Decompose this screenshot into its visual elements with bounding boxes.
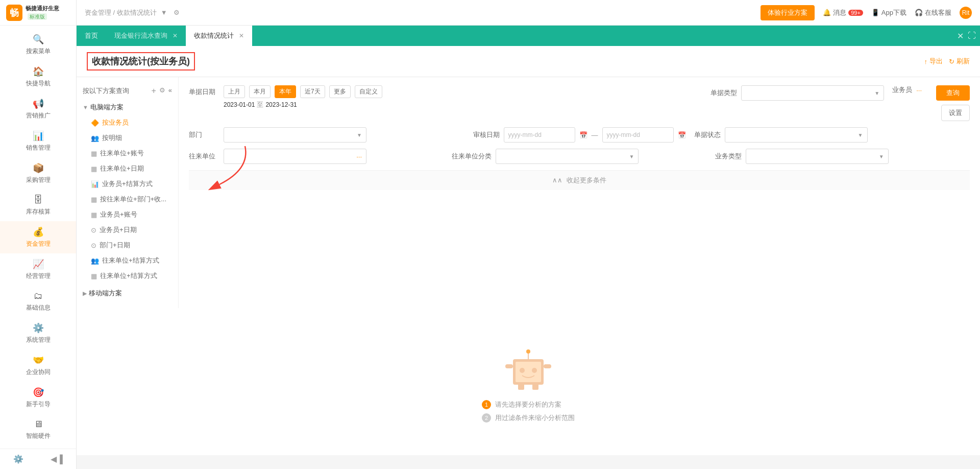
tab-collection-close[interactable]: ✕ <box>239 32 244 39</box>
scheme-item-sales-date[interactable]: ⊙ 业务员+日期 <box>77 222 178 238</box>
top-header: 资金管理 / 收款情况统计 ▼ ⚙ 体验行业方案 🔔 消息 99+ 📱 App下… <box>77 0 980 26</box>
edition-badge: 标准版 <box>28 13 47 20</box>
message-action[interactable]: 🔔 消息 99+ <box>823 8 863 17</box>
scheme-item-partner-account[interactable]: ▦ 往来单位+账号 <box>77 146 178 161</box>
sidebar-item-inventory[interactable]: 🗄 库存核算 <box>0 190 76 221</box>
date-btn-custom[interactable]: 自定义 <box>355 85 382 98</box>
date-btn-last-month[interactable]: 上月 <box>224 85 245 98</box>
filter-row-3: 往来单位 ··· 往来单位分类 ▼ 业务 <box>189 149 970 164</box>
sidebar-nav: 🔍 搜索菜单 🏠 快捷导航 📢 营销推广 📊 销售管理 📦 采购管理 🗄 库存核… <box>0 26 76 449</box>
sidebar-item-search[interactable]: 🔍 搜索菜单 <box>0 29 76 61</box>
date-label: 单据日期 <box>189 87 219 97</box>
sidebar-item-operation[interactable]: 📈 经营管理 <box>0 253 76 286</box>
tab-close-all-icon[interactable]: ✕ <box>957 31 964 41</box>
header-left: 资金管理 / 收款情况统计 ▼ ⚙ <box>85 8 180 17</box>
tab-home-label: 首页 <box>85 31 98 40</box>
sidebar-item-marketing[interactable]: 📢 营销推广 <box>0 93 76 125</box>
scheme-item-detail[interactable]: 👥 按明细 <box>77 130 178 146</box>
page-title-actions: ↑ 导出 ↻ 刷新 <box>924 57 970 66</box>
biz-type-select[interactable]: ▼ <box>746 149 889 164</box>
date-btn-7days[interactable]: 近7天 <box>300 85 325 98</box>
pc-section-header[interactable]: ▼ 电脑端方案 <box>77 100 178 115</box>
sidebar-item-guide[interactable]: 🎯 新手引导 <box>0 382 76 414</box>
chevron-right-icon: ▶ <box>83 290 87 297</box>
scheme-item-dept-date[interactable]: ⊙ 部门+日期 <box>77 238 178 253</box>
sidebar-settings-icon[interactable]: ⚙️ <box>13 454 23 464</box>
partner-label: 往来单位 <box>189 152 219 161</box>
step-1-number: 1 <box>482 400 491 409</box>
svg-rect-7 <box>505 364 513 368</box>
mobile-section-header[interactable]: ▶ 移动端方案 <box>77 286 178 301</box>
sidebar-item-enterprise[interactable]: 🤝 企业协同 <box>0 349 76 382</box>
partner-settle2-icon: ▦ <box>91 272 97 280</box>
sidebar-item-finance[interactable]: 💰 资金管理 <box>0 221 76 253</box>
partner-select[interactable]: ··· <box>224 149 366 164</box>
dept-date-icon: ⊙ <box>91 242 96 249</box>
query-button[interactable]: 查询 <box>936 85 970 101</box>
review-date-label: 审核日期 <box>473 130 500 139</box>
svg-rect-9 <box>518 384 524 390</box>
settings-scheme-icon[interactable]: ⚙ <box>159 86 165 96</box>
date-btn-this-year[interactable]: 本年 <box>275 85 296 98</box>
export-button[interactable]: ↑ 导出 <box>924 57 943 66</box>
voucher-type-label: 单据类型 <box>710 88 737 98</box>
sidebar-item-quicknav[interactable]: 🏠 快捷导航 <box>0 61 76 93</box>
tab-bank[interactable]: 现金银行流水查询 ✕ <box>106 26 186 46</box>
export-label: 导出 <box>929 57 943 66</box>
empty-illustration <box>498 339 559 390</box>
tab-collection[interactable]: 收款情况统计 ✕ <box>186 26 252 46</box>
scheme-item-partner-settle2[interactable]: ▦ 往来单位+结算方式 <box>77 268 178 284</box>
calendar-to-icon[interactable]: 📅 <box>678 131 686 139</box>
trial-button[interactable]: 体验行业方案 <box>761 5 815 20</box>
sidebar-item-hardware[interactable]: 🖥 智能硬件 <box>0 414 76 445</box>
app-download-label: App下载 <box>881 8 906 17</box>
voucher-type-select[interactable]: ▼ <box>741 85 884 101</box>
collapse-bar[interactable]: ∧∧ 收起更多条件 <box>189 170 970 190</box>
scheme-item-sales-account[interactable]: ▦ 业务员+账号 <box>77 207 178 222</box>
settings-button[interactable]: 设置 <box>941 105 970 121</box>
voucher-status-select[interactable]: ▼ <box>725 127 868 143</box>
page-content: 收款情况统计(按业务员) ↑ 导出 ↻ 刷新 按以下方案查询 <box>77 46 980 469</box>
scheme-item-partner-settle1[interactable]: 👥 往来单位+结算方式 <box>77 253 178 268</box>
tab-bar: 首页 现金银行流水查询 ✕ 收款情况统计 ✕ ✕ ⛶ <box>77 26 980 46</box>
collapse-scheme-icon[interactable]: « <box>168 86 172 96</box>
scheme-item-salesperson[interactable]: 🔶 按业务员 <box>77 115 178 130</box>
add-scheme-icon[interactable]: + <box>151 86 156 96</box>
scheme-item-partner-date[interactable]: ▦ 往来单位+日期 <box>77 161 178 176</box>
avatar: Rit <box>960 7 972 19</box>
settings-icon[interactable]: ⚙ <box>174 9 180 16</box>
sidebar-item-sales[interactable]: 📊 销售管理 <box>0 125 76 157</box>
filter-row-2: 部门 ▼ 审核日期 yyyy-mm-dd 📅 — <box>189 127 970 143</box>
filter-row-1: 单据日期 上月 本月 本年 近7天 更多 自定义 2023-01-01 至 20… <box>189 85 970 121</box>
review-date-to-input[interactable]: yyyy-mm-dd <box>602 127 674 143</box>
step-2-number: 2 <box>482 413 491 423</box>
partner-type-select[interactable]: ▼ <box>496 149 639 164</box>
scheme-item-sales-settlement[interactable]: 📊 业务员+结算方式 <box>77 176 178 192</box>
dept-select[interactable]: ▼ <box>224 127 366 143</box>
sidebar-collapse-icon[interactable]: ◀▐ <box>51 454 62 464</box>
date-btn-more[interactable]: 更多 <box>329 85 351 98</box>
partner-more-icon[interactable]: ··· <box>356 153 362 160</box>
enterprise-icon: 🤝 <box>33 355 44 366</box>
user-avatar[interactable]: Rit <box>960 7 972 19</box>
date-btn-this-month[interactable]: 本月 <box>249 85 271 98</box>
review-date-from-input[interactable]: yyyy-mm-dd <box>504 127 575 143</box>
tab-home[interactable]: 首页 <box>77 26 106 46</box>
refresh-label: 刷新 <box>957 57 970 66</box>
sidebar-item-basic[interactable]: 🗂 基础信息 <box>0 286 76 317</box>
filter-sidebar-icons: + ⚙ « <box>151 86 172 96</box>
header-right: 体验行业方案 🔔 消息 99+ 📱 App下载 🎧 在线客服 Rit <box>761 5 972 20</box>
sidebar-item-system[interactable]: ⚙️ 系统管理 <box>0 317 76 349</box>
app-download-action[interactable]: 📱 App下载 <box>871 8 906 17</box>
detail-scheme-icon: 👥 <box>91 134 99 142</box>
salesperson-more-icon[interactable]: ··· <box>916 86 922 94</box>
tab-fullscreen-icon[interactable]: ⛶ <box>968 31 976 40</box>
calendar-from-icon[interactable]: 📅 <box>579 131 587 139</box>
tab-bank-close[interactable]: ✕ <box>173 32 178 39</box>
dropdown-icon[interactable]: ▼ <box>161 9 167 16</box>
scheme-item-partner-dept[interactable]: ▦ 按往来单位+部门+收... <box>77 192 178 207</box>
online-service-action[interactable]: 🎧 在线客服 <box>915 8 951 17</box>
refresh-button[interactable]: ↻ 刷新 <box>949 57 970 66</box>
sidebar-item-purchase[interactable]: 📦 采购管理 <box>0 157 76 190</box>
purchase-icon: 📦 <box>33 162 44 174</box>
